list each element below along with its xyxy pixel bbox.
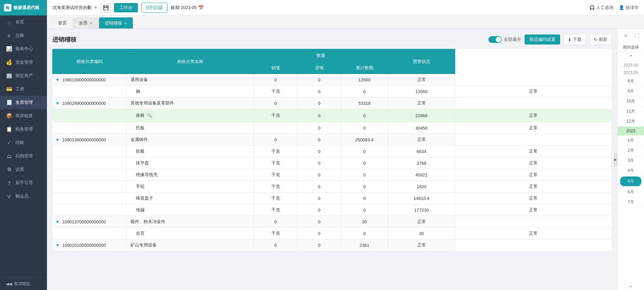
purchase-cell: 0 — [341, 157, 388, 169]
period-12[interactable]: 12月 — [618, 117, 644, 127]
sidebar: 账 畅捷通易代账 ⌂ 首页 ≡ 总账 📊 报表中心 💰 资金管理 🏢 固定资产 … — [0, 0, 47, 290]
sidebar-unpin[interactable]: ◀◀ 取消固定 — [0, 277, 47, 290]
scroll-up-button[interactable]: ⌃ — [618, 53, 644, 62]
total-cell: 30 — [388, 228, 455, 239]
calendar-icon[interactable]: 📅 — [198, 5, 204, 10]
sidebar-item-archive[interactable]: 🗂 归档管理 — [0, 149, 47, 163]
topbar-right: 🎧 人工咨询 👤 徐泽华 — [589, 5, 639, 11]
code-cell — [53, 146, 126, 157]
purchase-cell: 0 — [298, 216, 341, 228]
old-version-button[interactable]: 切到旧版 — [141, 3, 167, 13]
toggle-expand[interactable]: 全部展开 — [488, 36, 521, 43]
sidebar-item-fixed-assets[interactable]: 🏢 固定资产 — [0, 69, 47, 82]
period-11[interactable]: 11月 — [618, 106, 644, 117]
tab-invoice-close[interactable]: ✕ — [90, 21, 93, 25]
code-cell — [53, 157, 126, 169]
chevron-down-icon: ▼ — [94, 5, 98, 10]
name-cell: 托板 — [126, 122, 254, 134]
refresh-button[interactable]: ↻ 刷新 — [589, 34, 612, 45]
sidebar-nav: ⌂ 首页 ≡ 总账 📊 报表中心 💰 资金管理 🏢 固定资产 💳 工资 🧾 发票… — [0, 15, 47, 277]
year-label-2: 2023.05 — [618, 69, 644, 76]
sidebar-item-reports[interactable]: 📊 报表中心 — [0, 42, 47, 56]
user-menu[interactable]: 👤 徐泽华 — [619, 5, 639, 11]
logo-text: 畅捷通易代账 — [13, 5, 40, 11]
period-1[interactable]: 1月 — [618, 136, 644, 146]
th-total: 累计数额 — [341, 62, 388, 74]
tabbar: 首页 发票 ✕ 进销稽核 ✕ — [47, 15, 644, 29]
sales-cell: 0 — [298, 181, 341, 193]
status-cell: 正常 — [388, 239, 455, 251]
sidebar-item-settle[interactable]: ✓ 结账 — [0, 136, 47, 149]
search-icon[interactable]: 🔍 — [146, 112, 153, 119]
support-label: 人工咨询 — [596, 5, 613, 11]
sidebar-item-label: 库存核算 — [15, 113, 33, 119]
status-cell: 正常 — [455, 204, 612, 216]
workbench-button[interactable]: 工作台 — [114, 3, 138, 12]
period-8[interactable]: 8月 — [618, 76, 644, 86]
sidebar-item-inventory[interactable]: 📦 库存核算 — [0, 109, 47, 123]
year-2023-label: 2023.05 — [618, 62, 644, 69]
expand-icon[interactable]: ▼ — [55, 243, 60, 248]
name-cell: 轮毂 — [126, 146, 254, 157]
sidebar-item-ledger[interactable]: ≡ 总账 — [0, 29, 47, 42]
period-9[interactable]: 9月 — [618, 86, 644, 96]
company-selector[interactable]: 沈海英测试经营勿删 ▼ — [52, 5, 98, 11]
code-cell — [53, 122, 126, 134]
sidebar-item-member[interactable]: V 畅会员 — [0, 190, 47, 203]
period-7[interactable]: 7月 — [618, 197, 644, 207]
expand-icon[interactable]: ▼ — [55, 137, 60, 142]
sidebar-item-tax[interactable]: 📋 税务管理 — [0, 123, 47, 136]
expand-icon[interactable]: ▼ — [55, 77, 60, 82]
sidebar-item-invoice[interactable]: 🧾 发票管理 — [0, 96, 47, 109]
panel-controls: ✕ ⛶ — [618, 29, 644, 43]
support-link[interactable]: 🎧 人工咨询 — [589, 5, 613, 11]
sidebar-item-finance[interactable]: 💰 资金管理 — [0, 56, 47, 69]
tab-reconcile[interactable]: 进销稽核 ✕ — [99, 17, 133, 28]
purchase-cell: 0 — [341, 181, 388, 193]
tab-reconcile-close[interactable]: ✕ — [124, 21, 127, 25]
expand-icon[interactable]: ▼ — [55, 219, 60, 224]
sales-cell: 0 — [298, 193, 341, 204]
unit-cell: 千克 — [254, 146, 298, 157]
finance-icon: 💰 — [6, 59, 12, 65]
panel-toggle-btn[interactable]: ▶ — [613, 153, 618, 166]
th-purchase: 进项 — [298, 62, 341, 74]
table-container: 税收分类编码 税收分类名称 数量 预警状态 销项 进项 累计数额 — [52, 49, 612, 285]
period-6[interactable]: 6月 — [618, 187, 644, 197]
user-label: 徐泽华 — [626, 5, 639, 11]
download-button[interactable]: ⬇ 下载 — [564, 34, 586, 45]
status-cell: 正常 — [455, 157, 612, 169]
total-cell: 45821 — [388, 169, 455, 181]
tab-home[interactable]: 首页 — [52, 17, 72, 28]
expand-icon[interactable]: ▼ — [55, 101, 60, 106]
sidebar-item-guide[interactable]: ? 新手引导 — [0, 176, 47, 190]
commodity-settings-button[interactable]: 商品编码设置 — [525, 34, 560, 45]
period-2[interactable]: 2月 — [618, 146, 644, 156]
sidebar-item-home[interactable]: ⌂ 首页 — [0, 15, 47, 29]
sidebar-item-payroll[interactable]: 💳 工资 — [0, 82, 47, 96]
panel-close-button[interactable]: ✕ — [621, 30, 631, 41]
status-cell: 正常 — [388, 97, 455, 109]
table-row: ▼ 109013700000000000 — [53, 216, 126, 228]
scroll-down-button[interactable]: ⌄ — [618, 281, 644, 290]
period-4[interactable]: 4月 — [618, 166, 644, 176]
sales-cell: 0 — [298, 86, 341, 97]
sidebar-item-label: 设置 — [15, 166, 24, 172]
status-cell: 正常 — [455, 122, 612, 134]
sales-cell: 0 — [298, 146, 341, 157]
status-cell: 正常 — [388, 216, 455, 228]
total-cell: 3768 — [388, 157, 455, 169]
code-value: 109013600000000000 — [62, 137, 106, 142]
toggle-track[interactable] — [488, 36, 502, 43]
period-10[interactable]: 10月 — [618, 96, 644, 106]
panel-expand-button[interactable]: ⛶ — [632, 30, 642, 41]
period-value: 2023-05 — [181, 5, 197, 10]
save-button[interactable]: 💾 — [101, 3, 111, 12]
total-cell: 14810.4 — [388, 193, 455, 204]
period-3[interactable]: 3月 — [618, 156, 644, 166]
year-2023: 2023 — [618, 127, 644, 136]
tab-invoice[interactable]: 发票 ✕ — [73, 17, 98, 28]
archive-icon: 🗂 — [6, 153, 12, 159]
sidebar-item-settings[interactable]: ⚙ 设置 — [0, 163, 47, 176]
period-5[interactable]: 5月 — [620, 176, 641, 187]
